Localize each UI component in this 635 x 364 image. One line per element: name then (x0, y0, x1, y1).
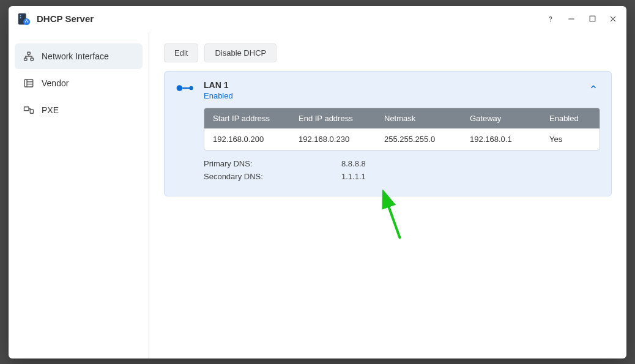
svg-rect-13 (24, 58, 28, 61)
col-gateway: Gateway (461, 108, 541, 128)
sidebar-item-label: Vendor (42, 78, 69, 88)
svg-rect-9 (590, 16, 595, 21)
svg-point-21 (177, 85, 183, 91)
dns-primary-value: 8.8.8.8 (341, 159, 366, 168)
connection-icon (176, 83, 195, 96)
network-icon (23, 51, 34, 62)
dns-secondary-row: Secondary DNS: 1.1.1.1 (204, 172, 600, 181)
main-area: Network Interface Vendor (9, 32, 626, 358)
table-header: Start IP address End IP address Netmask … (204, 108, 600, 128)
sidebar-item-pxe[interactable]: PXE (15, 97, 143, 123)
edit-button[interactable]: Edit (164, 43, 198, 62)
disable-dhcp-button[interactable]: Disable DHCP (204, 43, 277, 62)
table-row[interactable]: 192.168.0.200 192.168.0.230 255.255.255.… (204, 128, 600, 150)
dns-primary-label: Primary DNS: (204, 159, 341, 168)
content-area: Edit Disable DHCP LAN 1 Enabled (149, 32, 626, 358)
app-window: DHCP Server (9, 6, 626, 358)
chevron-up-icon[interactable] (587, 80, 600, 96)
toolbar: Edit Disable DHCP (164, 43, 612, 62)
window-controls (546, 14, 618, 24)
dns-info: Primary DNS: 8.8.8.8 Secondary DNS: 1.1.… (204, 159, 600, 181)
maximize-icon[interactable] (587, 14, 597, 24)
interface-status: Enabled (204, 91, 587, 100)
sidebar-item-label: Network Interface (42, 51, 109, 61)
help-icon[interactable] (546, 14, 555, 24)
col-start-ip: Start IP address (204, 108, 290, 128)
svg-rect-2 (20, 17, 21, 18)
svg-point-7 (551, 21, 551, 21)
dns-secondary-label: Secondary DNS: (204, 172, 341, 181)
cell-enabled: Yes (541, 128, 600, 150)
sidebar-item-label: PXE (42, 105, 59, 115)
cell-gateway: 192.168.0.1 (461, 128, 541, 150)
close-icon[interactable] (608, 14, 618, 24)
svg-rect-19 (24, 106, 29, 110)
dns-secondary-value: 1.1.1.1 (341, 172, 366, 181)
sidebar-item-network-interface[interactable]: Network Interface (15, 43, 143, 69)
interface-panel[interactable]: LAN 1 Enabled Start IP address End IP ad… (164, 71, 612, 196)
sidebar-item-vendor[interactable]: Vendor (15, 70, 143, 96)
svg-rect-4 (25, 21, 26, 22)
cell-start-ip: 192.168.0.200 (204, 128, 290, 150)
svg-point-23 (189, 86, 193, 89)
col-end-ip: End IP address (290, 108, 376, 128)
interface-name: LAN 1 (204, 80, 587, 90)
titlebar: DHCP Server (9, 6, 626, 32)
svg-rect-15 (24, 80, 33, 87)
svg-rect-6 (26, 19, 28, 20)
col-enabled: Enabled (541, 108, 600, 128)
pxe-icon (23, 105, 34, 116)
dns-primary-row: Primary DNS: 8.8.8.8 (204, 159, 600, 168)
svg-point-3 (23, 18, 30, 25)
window-title: DHCP Server (37, 13, 546, 24)
svg-rect-1 (20, 15, 21, 16)
svg-rect-20 (30, 110, 33, 113)
ip-range-table: Start IP address End IP address Netmask … (204, 108, 600, 150)
sidebar: Network Interface Vendor (9, 32, 149, 358)
svg-rect-14 (31, 58, 34, 61)
svg-rect-12 (28, 52, 31, 54)
app-icon (17, 12, 31, 26)
panel-header: LAN 1 Enabled (176, 80, 600, 100)
cell-netmask: 255.255.255.0 (376, 128, 461, 150)
minimize-icon[interactable] (566, 14, 576, 24)
col-netmask: Netmask (376, 108, 461, 128)
vendor-icon (23, 78, 34, 89)
panel-title-wrap: LAN 1 Enabled (204, 80, 587, 100)
cell-end-ip: 192.168.0.230 (290, 128, 376, 150)
svg-rect-5 (28, 21, 29, 22)
